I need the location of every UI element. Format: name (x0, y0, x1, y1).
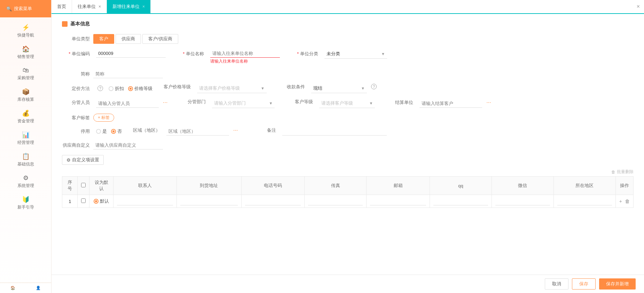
sidebar-item-finance[interactable]: 💰 资金管理 (0, 106, 51, 128)
unit-type-row: 单位类型 客户 供应商 客户/供应商 (62, 34, 634, 44)
sidebar-item-operations[interactable]: 📊 经营管理 (0, 128, 51, 149)
manager-field: 分管人员 ··· (62, 99, 167, 108)
sidebar-item-label: 采购管理 (17, 75, 34, 81)
customer-level-label: 客户等级 (285, 99, 313, 105)
add-tag-button[interactable]: + 标签 (93, 114, 114, 122)
table-row: 1 默认 (62, 195, 634, 208)
pricing-method-field: 定价方法 ? 折扣 价格等级 (62, 86, 152, 92)
customer-price-select[interactable]: 请选择客户价格等级 ▼ (197, 84, 267, 93)
row-wechat-input[interactable] (495, 197, 550, 205)
payment-terms-value: 现结 (313, 85, 322, 91)
row-default-radio (94, 199, 99, 204)
unit-type-both[interactable]: 客户/供应商 (142, 34, 178, 44)
disable-no-option[interactable]: 否 (111, 128, 122, 135)
table-header: 序号 设为默认 联系人 到货地址 电话号码 传真 邮箱 qq 微信 所在地区 操… (62, 177, 634, 195)
unit-type-supplier[interactable]: 供应商 (116, 34, 141, 44)
row-add-button[interactable]: + (619, 198, 622, 204)
custom-settings-button[interactable]: ⚙ 自定义项设置 (62, 155, 104, 165)
col-actions: 操作 (615, 177, 633, 195)
purchase-icon: 🛍 (23, 67, 29, 74)
sidebar-nav: ⚡ 快捷导航 🏠 销售管理 🛍 采购管理 📦 库存核算 💰 资金管理 📊 经营管… (0, 17, 51, 283)
pricing-help-icon[interactable]: ? (97, 86, 103, 91)
row-qq-input[interactable] (433, 197, 488, 205)
settlement-more-button[interactable]: ··· (486, 99, 491, 106)
pricing-discount-radio (109, 86, 113, 91)
table-body: 1 默认 (62, 195, 634, 208)
unit-code-input[interactable] (96, 49, 166, 58)
unit-name-input[interactable] (210, 49, 280, 58)
tab-close-all-button[interactable]: × (637, 3, 640, 10)
save-button[interactable]: 保存 (572, 278, 596, 290)
row-phone-input[interactable] (245, 197, 301, 205)
short-name-input[interactable] (93, 70, 163, 78)
short-name-row: 简称 (62, 70, 634, 78)
row-fax-input[interactable] (308, 197, 363, 205)
sidebar-item-sales[interactable]: 🏠 销售管理 (0, 42, 51, 63)
sidebar-item-purchase[interactable]: 🛍 采购管理 (0, 63, 51, 84)
customer-tag-row: 客户标签 + 标签 (62, 114, 634, 122)
row-email-input[interactable] (370, 197, 426, 205)
tab-new-partner-close[interactable]: × (142, 4, 145, 9)
tab-partner[interactable]: 往来单位 × (72, 0, 107, 13)
unit-name-field: 单位名称 请输入往来单位名称 (176, 49, 280, 64)
remark-input[interactable] (282, 127, 387, 136)
unit-code-label: 单位编码 (62, 49, 90, 57)
batch-delete-label[interactable]: 批量删除 (617, 169, 634, 175)
disable-yes-label: 是 (102, 128, 107, 135)
tab-home[interactable]: 首页 (52, 0, 72, 13)
manager-more-button[interactable]: ··· (163, 99, 167, 106)
col-contact: 联系人 (113, 177, 177, 195)
pricing-discount-option[interactable]: 折扣 (109, 86, 124, 92)
pricing-discount-label: 折扣 (115, 86, 124, 92)
disable-label: 停用 (62, 128, 90, 135)
chevron-down-icon-5: ▼ (369, 101, 373, 105)
payment-help-icon[interactable]: ? (371, 84, 377, 89)
col-default: 设为默认 (89, 177, 113, 195)
col-qq: qq (430, 177, 492, 195)
manager-input[interactable] (96, 99, 159, 108)
row-contact-input[interactable] (117, 197, 173, 205)
region-more-button[interactable]: ··· (233, 127, 238, 133)
sidebar-item-basic-info[interactable]: 📋 基础信息 (0, 149, 51, 171)
row-default-radio-item[interactable]: 默认 (93, 198, 110, 204)
disable-yes-option[interactable]: 是 (96, 128, 107, 135)
supplier-custom-input[interactable] (93, 141, 163, 149)
pricing-row: 定价方法 ? 折扣 价格等级 客户价格等级 请选择客户价格等级 (62, 84, 634, 93)
unit-type-customer[interactable]: 客户 (93, 34, 114, 44)
sidebar-item-system[interactable]: ⚙ 系统管理 (0, 171, 51, 192)
row-region-input[interactable] (557, 197, 612, 205)
department-field: 分管部门 请输入分管部门 ▼ (178, 99, 275, 108)
row-delete-button[interactable]: 🗑 (625, 198, 630, 204)
unit-category-select[interactable]: 未分类 ▼ (324, 49, 387, 59)
row-actions: + 🗑 (615, 195, 633, 208)
tab-partner-close[interactable]: × (99, 4, 101, 9)
supplier-custom-label: 供应商自定义 (62, 142, 90, 148)
region-field: 区域（地区） ··· (132, 127, 238, 136)
chevron-down-icon-3: ▼ (361, 86, 365, 90)
select-all-checkbox[interactable] (81, 183, 86, 187)
pricing-level-radio (128, 86, 133, 91)
row-default: 默认 (89, 195, 113, 208)
sidebar-item-quick-nav[interactable]: ⚡ 快捷导航 (0, 20, 51, 42)
sidebar-user-button[interactable]: 👤 (36, 286, 41, 290)
save-new-button[interactable]: 保存并新增 (599, 278, 636, 290)
sidebar-item-guide[interactable]: 🔰 新手引导 (0, 192, 51, 214)
col-fax: 传真 (305, 177, 367, 195)
sidebar-item-inventory[interactable]: 📦 库存核算 (0, 84, 51, 106)
region-input[interactable] (166, 127, 229, 136)
unit-category-field: 单位分类 未分类 ▼ (290, 49, 387, 59)
tab-new-partner[interactable]: 新增往来单位 × (107, 0, 151, 13)
payment-terms-select[interactable]: 现结 ▼ (311, 84, 367, 93)
unit-name-label: 单位名称 (176, 49, 204, 57)
cancel-button[interactable]: 取消 (545, 278, 568, 290)
row-qq (430, 195, 492, 208)
search-menu-button[interactable]: 🔍 搜索菜单 (0, 3, 51, 14)
customer-level-select[interactable]: 请选择客户等级 ▼ (319, 99, 375, 108)
department-select[interactable]: 请输入分管部门 ▼ (212, 99, 275, 108)
tab-home-label: 首页 (57, 3, 66, 10)
settlement-unit-input[interactable] (419, 99, 482, 108)
row-select-checkbox[interactable] (81, 198, 86, 203)
pricing-level-option[interactable]: 价格等级 (128, 86, 152, 92)
sidebar-home-button[interactable]: 🏠 (10, 286, 15, 290)
row-address-input[interactable] (180, 197, 238, 205)
